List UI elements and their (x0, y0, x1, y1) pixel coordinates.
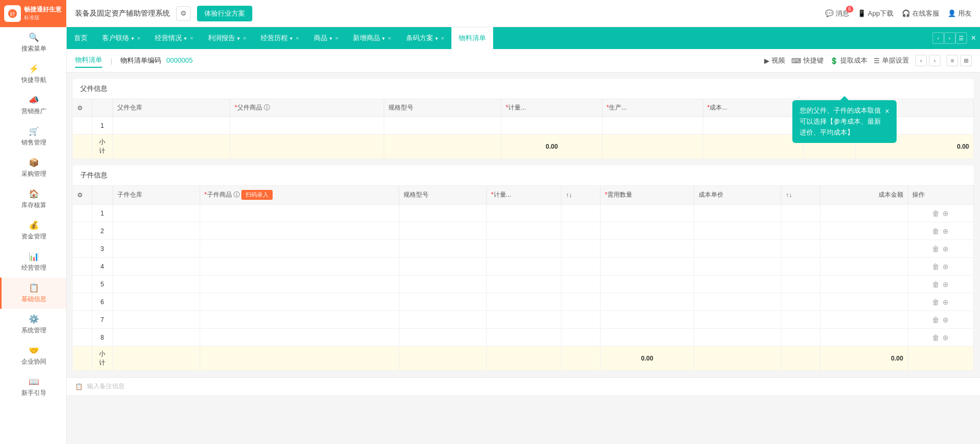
sidebar-item-purchase[interactable]: 📦 采购管理 (0, 152, 66, 184)
child-row-5-warehouse[interactable] (113, 275, 200, 293)
view-action[interactable]: ▶ 视频 (764, 56, 785, 65)
copy-icon-4[interactable]: ⊕ (942, 262, 949, 271)
delete-icon-5[interactable]: 🗑 (932, 280, 939, 289)
sidebar-item-enterprise[interactable]: 🤝 企业协同 (0, 340, 66, 371)
child-row-6-unit[interactable] (486, 293, 561, 311)
sidebar-item-operations[interactable]: 📊 经营管理 (0, 246, 66, 278)
child-row-7-product[interactable] (200, 311, 399, 329)
parent-row-1-cost[interactable] (703, 117, 803, 135)
shortcut-action[interactable]: ⌨ 快捷键 (791, 56, 824, 65)
delete-icon-7[interactable]: 🗑 (932, 316, 939, 324)
child-row-8-unit-cost[interactable] (694, 329, 781, 346)
child-row-7-spec[interactable] (399, 311, 487, 329)
child-row-5-spec[interactable] (399, 275, 487, 293)
extract-cost-action[interactable]: 💲 提取成本 (830, 56, 867, 65)
tab-customer-close[interactable]: × (137, 35, 140, 41)
child-row-3-unit-cost[interactable] (694, 240, 781, 258)
sub-tab-bom[interactable]: 物料清单 (75, 53, 102, 68)
sidebar-item-sales[interactable]: 🛒 销售管理 (0, 121, 66, 152)
child-row-7-warehouse[interactable] (113, 311, 200, 329)
sidebar-item-inventory[interactable]: 🏠 库存核算 (0, 184, 66, 215)
child-row-6-spec[interactable] (399, 293, 487, 311)
delete-icon-1[interactable]: 🗑 (932, 209, 939, 218)
delete-icon-4[interactable]: 🗑 (932, 262, 939, 271)
child-row-4-spec[interactable] (399, 258, 487, 275)
parent-row-1-unit[interactable] (501, 117, 602, 135)
child-row-3-spec[interactable] (399, 240, 487, 258)
child-row-1-spec[interactable] (399, 205, 487, 222)
child-row-8-qty[interactable] (601, 329, 694, 346)
delete-icon-6[interactable]: 🗑 (932, 298, 939, 306)
child-row-6-unit-cost[interactable] (694, 293, 781, 311)
child-row-4-product[interactable] (200, 258, 399, 275)
child-row-2-warehouse[interactable] (113, 222, 200, 240)
sidebar-item-guide[interactable]: 📖 新手引导 (0, 371, 66, 403)
user-action[interactable]: 👤 用友 (948, 9, 972, 18)
delete-icon-8[interactable]: 🗑 (932, 333, 939, 342)
nav-prev-btn[interactable]: ‹ (933, 32, 944, 44)
child-row-5-qty[interactable] (601, 275, 694, 293)
app-download-action[interactable]: 📱 App下载 (858, 9, 893, 18)
tab-profit[interactable]: 利润报告 ▾ × (201, 27, 253, 49)
service-action[interactable]: 🎧 在线客服 (902, 9, 939, 18)
parent-row-1-spec[interactable] (384, 117, 501, 135)
child-row-1-product[interactable] (200, 205, 399, 222)
child-row-4-unit-cost[interactable] (694, 258, 781, 275)
tab-operations[interactable]: 经营情况 ▾ × (148, 27, 200, 49)
close-page-button[interactable]: × (967, 33, 980, 43)
tab-history[interactable]: 经营历程 ▾ × (253, 27, 306, 49)
child-row-3-warehouse[interactable] (113, 240, 200, 258)
child-row-3-product[interactable] (200, 240, 399, 258)
child-row-2-spec[interactable] (399, 222, 487, 240)
tab-bom[interactable]: 物料清单 (451, 27, 493, 49)
child-row-5-unit-cost[interactable] (694, 275, 781, 293)
child-row-1-qty[interactable] (601, 205, 694, 222)
sidebar-item-finance[interactable]: 💰 资金管理 (0, 215, 66, 246)
copy-icon-7[interactable]: ⊕ (942, 316, 949, 324)
copy-icon-6[interactable]: ⊕ (942, 298, 949, 306)
parent-row-1-product[interactable] (230, 117, 384, 135)
copy-icon-5[interactable]: ⊕ (942, 280, 949, 289)
sidebar-item-search[interactable]: 🔍 搜索菜单 (0, 27, 66, 58)
parent-row-1-produce[interactable] (602, 117, 703, 135)
child-row-7-qty[interactable] (601, 311, 694, 329)
child-row-4-warehouse[interactable] (113, 258, 200, 275)
tab-customer[interactable]: 客户联络 ▾ × (95, 27, 148, 49)
view-list-btn[interactable]: ≡ (947, 55, 958, 66)
child-row-6-qty[interactable] (601, 293, 694, 311)
child-row-2-qty[interactable] (601, 222, 694, 240)
child-row-2-unit[interactable] (486, 222, 561, 240)
nav-next-btn[interactable]: › (944, 32, 956, 44)
single-settings-action[interactable]: ☰ 单据设置 (874, 56, 909, 65)
child-row-8-unit[interactable] (486, 329, 561, 346)
copy-icon-1[interactable]: ⊕ (942, 209, 949, 218)
sidebar-item-system[interactable]: ⚙️ 系统管理 (0, 309, 66, 340)
tab-history-close[interactable]: × (296, 35, 299, 41)
child-row-1-warehouse[interactable] (113, 205, 200, 222)
tooltip-close-button[interactable]: × (885, 105, 889, 117)
copy-icon-3[interactable]: ⊕ (942, 245, 949, 253)
child-row-8-product[interactable] (200, 329, 399, 346)
child-row-4-qty[interactable] (601, 258, 694, 275)
copy-icon-2[interactable]: ⊕ (942, 227, 949, 235)
view-grid-btn[interactable]: ⊞ (960, 55, 972, 66)
message-action[interactable]: 💬 消息 6 (825, 9, 849, 18)
child-row-8-warehouse[interactable] (113, 329, 200, 346)
child-row-3-qty[interactable] (601, 240, 694, 258)
child-row-7-unit[interactable] (486, 311, 561, 329)
delete-icon-2[interactable]: 🗑 (932, 227, 939, 235)
tab-profit-close[interactable]: × (243, 35, 246, 41)
child-row-1-unit[interactable] (486, 205, 561, 222)
tab-operations-close[interactable]: × (190, 35, 193, 41)
delete-icon-3[interactable]: 🗑 (932, 245, 939, 253)
child-row-6-product[interactable] (200, 293, 399, 311)
child-row-3-unit[interactable] (486, 240, 561, 258)
tab-new-product-close[interactable]: × (388, 35, 391, 41)
child-row-1-unit-cost[interactable] (694, 205, 781, 222)
sidebar-item-marketing[interactable]: 📣 营销推广 (0, 90, 66, 121)
parent-row-1-warehouse[interactable] (113, 117, 230, 135)
tab-product-close[interactable]: × (335, 35, 338, 41)
tab-home[interactable]: 首页 (67, 27, 95, 49)
child-row-6-warehouse[interactable] (113, 293, 200, 311)
tab-new-product[interactable]: 新增商品 ▾ × (346, 27, 398, 49)
